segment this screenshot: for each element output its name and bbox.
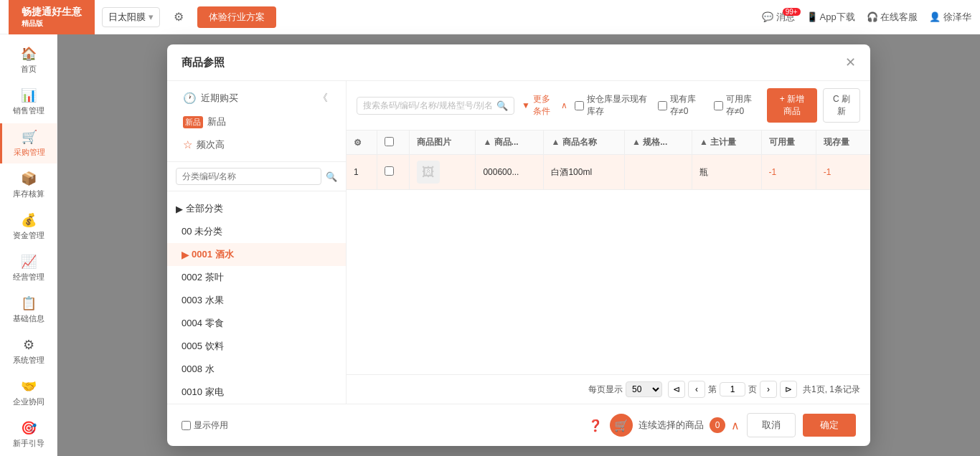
- collapse-icon[interactable]: 《: [316, 91, 330, 105]
- liquor-arrow-icon: ▶: [182, 250, 189, 260]
- category-item-appliance[interactable]: 0010 家电: [167, 381, 346, 404]
- inventory-icon: 📦: [21, 171, 37, 186]
- sidebar-item-inventory[interactable]: 📦 库存核算: [0, 165, 57, 205]
- system-icon: ⚙: [23, 337, 34, 353]
- help-icon[interactable]: ❓: [588, 419, 603, 432]
- home-icon: 🏠: [21, 46, 37, 62]
- more-filters-btn[interactable]: ▼ 更多条件 ∧: [522, 93, 567, 118]
- row-stock: -1: [816, 155, 870, 190]
- col-code[interactable]: ▲ 商品...: [476, 130, 544, 155]
- sidebar-item-purchase[interactable]: 🛒 采购管理: [0, 123, 57, 163]
- product-search-icon[interactable]: 🔍: [496, 100, 508, 111]
- confirm-button[interactable]: 确定: [803, 414, 856, 437]
- category-all[interactable]: ▶ 全部分类: [167, 197, 346, 220]
- message-badge: 99+: [783, 8, 801, 16]
- sidebar-label-enterprise: 企业协同: [13, 396, 44, 407]
- sidebar-item-home[interactable]: 🏠 首页: [0, 40, 57, 80]
- category-item-water[interactable]: 0008 水: [167, 358, 346, 381]
- sidebar-item-finance[interactable]: 💰 资金管理: [0, 206, 57, 247]
- category-item-fruit[interactable]: 0003 水果: [167, 289, 346, 312]
- app-sidebar: 🏠 首页 📊 销售管理 🛒 采购管理 📦 库存核算 💰 资金管理 📈 经营管理 …: [0, 34, 57, 456]
- category-item-drink[interactable]: 0005 饮料: [167, 335, 346, 358]
- cart-icon[interactable]: 🛒: [610, 414, 633, 437]
- col-img: 商品图片: [410, 130, 476, 155]
- product-reference-modal: 商品参照 ✕ 🕐 近期购买 《 新: [167, 44, 870, 446]
- sidebar-item-guide[interactable]: 🎯 新手引导: [0, 414, 57, 455]
- app-download-nav[interactable]: 📱 App下载: [806, 11, 855, 24]
- col-gear[interactable]: ⚙: [347, 130, 377, 155]
- modal-close-button[interactable]: ✕: [845, 54, 856, 70]
- online-service-nav[interactable]: 🎧 在线客服: [867, 11, 918, 24]
- product-search-input[interactable]: [363, 100, 492, 110]
- checkbox-available-input[interactable]: [714, 101, 723, 110]
- per-page-label: 每页显示: [588, 384, 623, 396]
- tab-recent-purchase[interactable]: 🕐 近期购买 《: [176, 87, 337, 110]
- sidebar-label-guide: 新手引导: [13, 438, 44, 449]
- col-checkbox[interactable]: [377, 130, 409, 155]
- select-all-checkbox[interactable]: [385, 137, 394, 146]
- sidebar-label-system: 系统管理: [13, 355, 44, 366]
- per-page-select[interactable]: 50 100 200: [626, 381, 662, 397]
- tab-high-frequency[interactable]: ☆ 频次高: [176, 134, 337, 156]
- top-nav: 畅捷通好生意 精品版 日太阳膜 ▾ ⚙ 体验行业方案 💬 消息 99+ 📱 Ap…: [0, 0, 980, 34]
- tab-new-product[interactable]: 新品 新品: [176, 111, 337, 133]
- sidebar-item-enterprise[interactable]: 🤝 企业协同: [0, 373, 57, 413]
- last-page-btn[interactable]: ⊳: [780, 381, 797, 398]
- show-disabled-checkbox[interactable]: [182, 421, 191, 430]
- sidebar-label-sales: 销售管理: [13, 105, 44, 116]
- checkbox-available-nonzero[interactable]: 可用库存≠0: [714, 93, 760, 118]
- headset-icon: 🎧: [867, 11, 878, 22]
- sidebar-label-inventory: 库存核算: [13, 189, 44, 199]
- checkbox-warehouse-input[interactable]: [575, 101, 584, 110]
- main-layout: 🏠 首页 📊 销售管理 🛒 采购管理 📦 库存核算 💰 资金管理 📈 经营管理 …: [0, 34, 980, 456]
- page-number-input[interactable]: [720, 382, 745, 396]
- next-page-btn[interactable]: ›: [760, 381, 777, 398]
- category-search-icon[interactable]: 🔍: [326, 171, 337, 182]
- checkbox-available-label: 可用库存≠0: [726, 93, 760, 118]
- show-disabled-checkbox-label[interactable]: 显示停用: [182, 419, 228, 432]
- cart-area: 🛒 连续选择的商品 0 ∧: [610, 414, 740, 437]
- prev-page-btn[interactable]: ‹: [688, 381, 705, 398]
- category-item-snack[interactable]: 0004 零食: [167, 312, 346, 335]
- gear-icon: ⚙: [354, 138, 362, 148]
- sidebar-item-sales[interactable]: 📊 销售管理: [0, 82, 57, 122]
- user-nav[interactable]: 👤 徐泽华: [929, 11, 971, 24]
- cancel-button[interactable]: 取消: [747, 413, 796, 437]
- checkbox-warehouse[interactable]: 按仓库显示现有库存: [575, 93, 648, 118]
- row-unit: 瓶: [692, 155, 762, 190]
- collapse-cart-icon[interactable]: ∧: [731, 419, 740, 432]
- app-download-icon: 📱: [806, 11, 818, 22]
- sidebar-item-system[interactable]: ⚙ 系统管理: [0, 331, 57, 371]
- store-arrow-icon: ▾: [149, 11, 154, 22]
- first-page-btn[interactable]: ⊲: [668, 381, 685, 398]
- category-item-liquor[interactable]: ▶ 0001 酒水: [167, 243, 346, 266]
- checkbox-stock-label: 现有库存≠0: [670, 93, 704, 118]
- col-unit[interactable]: ▲ 主计量: [692, 130, 762, 155]
- category-item-unclassified[interactable]: 00 未分类: [167, 220, 346, 243]
- show-disabled-label: 显示停用: [194, 419, 228, 432]
- add-product-button[interactable]: + 新增商品: [767, 88, 817, 123]
- row-checkbox[interactable]: [385, 166, 394, 176]
- finance-icon: 💰: [21, 212, 37, 228]
- settings-icon[interactable]: ⚙: [167, 6, 190, 29]
- category-search-input[interactable]: [176, 168, 321, 185]
- checkbox-stock-nonzero[interactable]: 现有库存≠0: [658, 93, 704, 118]
- sidebar-item-operation[interactable]: 📈 经营管理: [0, 248, 57, 288]
- table-row[interactable]: 1 🖼 000600... 白酒100ml: [347, 155, 870, 190]
- refresh-button[interactable]: C 刷新: [823, 88, 860, 123]
- modal-header: 商品参照 ✕: [167, 44, 870, 81]
- sidebar-label-basic: 基础信息: [13, 313, 44, 324]
- modal-backdrop: 商品参照 ✕ 🕐 近期购买 《 新: [57, 34, 980, 456]
- checkbox-stock-input[interactable]: [658, 101, 667, 110]
- row-name: 白酒100ml: [544, 155, 625, 190]
- store-selector[interactable]: 日太阳膜 ▾: [102, 7, 160, 27]
- trial-button[interactable]: 体验行业方案: [197, 6, 276, 28]
- row-checkbox-cell[interactable]: [377, 155, 409, 190]
- message-nav-item[interactable]: 💬 消息 99+: [762, 11, 795, 24]
- category-item-tea[interactable]: 0002 茶叶: [167, 266, 346, 289]
- filter-icon: ▼: [522, 100, 530, 110]
- cart-count-badge: 0: [710, 417, 725, 433]
- sidebar-item-basic[interactable]: 📋 基础信息: [0, 290, 57, 330]
- col-name[interactable]: ▲ 商品名称: [544, 130, 625, 155]
- col-spec[interactable]: ▲ 规格...: [625, 130, 692, 155]
